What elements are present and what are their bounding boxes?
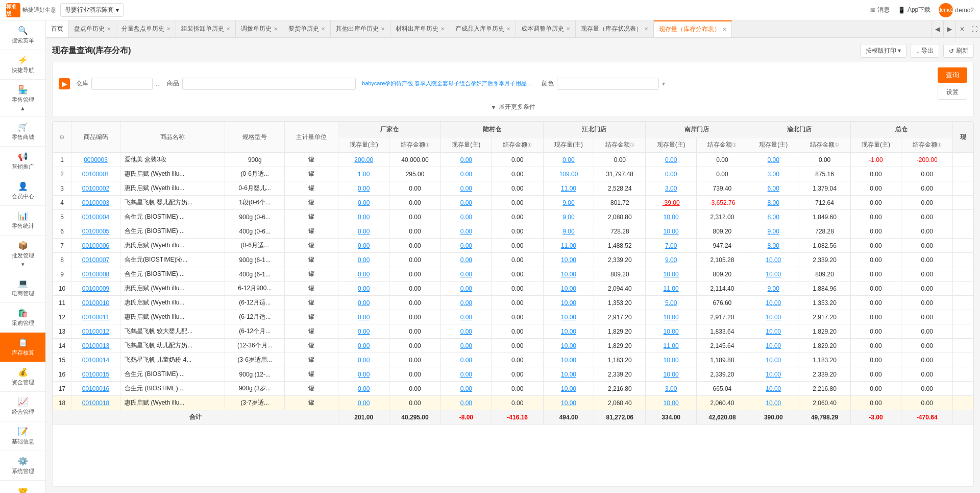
tab-requisition-label: 要货单历史 (288, 25, 319, 33)
close-icon[interactable]: ✕ (566, 26, 570, 32)
cell-spec: (12-36个月... (225, 339, 285, 353)
col-group-cf: 厂家仓 (338, 122, 441, 137)
goods-value-display: babycare孕妇待产包 春季入院全套母子组合孕妇产后冬季月子用品 22件套 … (362, 80, 535, 87)
app-download-item[interactable]: 📱 App下载 (898, 6, 930, 14)
tab-nav-buttons: ◀ ▶ ✕ ⛶ (931, 20, 980, 38)
query-button[interactable]: 查询 (938, 67, 967, 83)
close-icon[interactable]: ✕ (440, 26, 445, 32)
warehouse-input[interactable] (91, 78, 153, 90)
sidebar-item-stock-mgmt[interactable]: 📋 库存核算 (0, 333, 45, 362)
tab-product-in[interactable]: 产成品入库单历史 ✕ (450, 20, 516, 38)
sidebar-item-quick-nav[interactable]: ⚡ 快捷导航 (0, 50, 45, 80)
print-button[interactable]: 按模版打印 ▾ (860, 44, 906, 58)
cell-cf-qty: 0.00 (338, 253, 389, 267)
tab-stock-check[interactable]: 盘点单历史 ✕ (69, 20, 116, 38)
tab-expand-button[interactable]: ⛶ (968, 20, 980, 38)
cell-code: 00100007 (71, 253, 120, 267)
goods-input[interactable] (182, 78, 356, 90)
info-icon[interactable]: ① (425, 142, 430, 148)
message-item[interactable]: ✉ 消息 (870, 6, 890, 14)
close-icon[interactable]: ✕ (321, 26, 325, 32)
user-item[interactable]: demo2 demo2 (939, 3, 974, 17)
tab-home[interactable]: 首页 (46, 20, 69, 38)
close-icon[interactable]: ✕ (722, 27, 726, 32)
close-icon[interactable]: ✕ (226, 26, 230, 32)
close-icon[interactable]: ✕ (166, 26, 170, 32)
cell-yb-amt: 809.20 (799, 267, 850, 281)
tab-transfer[interactable]: 调拨单历史 ✕ (236, 20, 283, 38)
export-button[interactable]: ↓ 导出 (911, 44, 939, 58)
expand-conditions[interactable]: ▼ 展开更多条件 (59, 103, 967, 111)
cell-jb-qty: 10.00 (543, 353, 594, 367)
cell-yb-qty: 10.00 (748, 353, 799, 367)
sidebar-item-basic[interactable]: 📝 基础信息 (0, 421, 45, 451)
refresh-button[interactable]: ↺ 刷新 (943, 44, 974, 58)
close-icon[interactable]: ✕ (644, 26, 648, 32)
tab-stock-check2[interactable]: 分量盘点单历史 ✕ (116, 20, 176, 38)
data-table-container: ⚙ 商品编码 商品名称 规格型号 主计量单位 厂家仓 陆村仓 江北门店 南岸门店… (52, 121, 974, 487)
tab-prev-button[interactable]: ◀ (931, 20, 943, 38)
cell-total-amt: 0.00 (901, 181, 953, 196)
tab-close-button[interactable]: ✕ (955, 20, 968, 38)
cell-extra (953, 382, 973, 396)
sidebar-item-member[interactable]: 👤 会员中心 (0, 176, 45, 206)
sidebar-item-corp-collab[interactable]: 🤝 企业协同 (0, 481, 45, 493)
tab-stock-status[interactable]: 现存量（库存状况表） ✕ (576, 20, 654, 38)
tab-material-out[interactable]: 材料出库单历史 ✕ (390, 20, 450, 38)
info-icon[interactable]: ① (732, 142, 737, 148)
logo-full-name: 畅捷通好生意 (22, 7, 56, 13)
tab-transfer-label: 调拨单历史 (241, 25, 272, 33)
close-icon[interactable]: ✕ (506, 26, 510, 32)
tab-home-label: 首页 (51, 25, 63, 33)
sidebar-item-finance[interactable]: 💰 资金管理 (0, 362, 45, 392)
sidebar-item-wholesale[interactable]: 📦 批发管理 ▾ (0, 236, 45, 273)
close-icon[interactable]: ✕ (107, 26, 111, 32)
cell-name: 合生元 (BIOSTIME) ... (120, 210, 225, 224)
tab-next-button[interactable]: ▶ (943, 20, 955, 38)
cell-na-qty: 5.00 (646, 296, 697, 310)
info-icon[interactable]: ① (937, 142, 942, 148)
cell-extra (953, 339, 973, 353)
sidebar-item-search[interactable]: 🔍 搜索英单 (0, 20, 45, 50)
cell-code: 00100001 (71, 167, 120, 181)
settings-button[interactable]: 设置 (938, 85, 967, 100)
cell-code: 00100012 (71, 324, 120, 339)
cell-cf-qty: 0.00 (338, 281, 389, 296)
col-settings[interactable]: ⚙ (53, 122, 71, 153)
close-icon[interactable]: ✕ (381, 26, 385, 32)
sidebar-item-purchase[interactable]: 🛍️ 采购管理 (0, 303, 45, 333)
tab-requisition[interactable]: 要货单历史 ✕ (283, 20, 331, 38)
info-icon[interactable]: ① (630, 142, 634, 148)
cell-total-amt: 0.00 (901, 296, 953, 310)
cell-code: 00100006 (71, 239, 120, 253)
cell-code: 00100008 (71, 267, 120, 281)
info-icon[interactable]: ① (835, 142, 839, 148)
total-amt: -470.64 (901, 410, 953, 425)
total-cf-qty: 201.00 (338, 410, 389, 425)
tab-other-out[interactable]: 其他出库单历史 ✕ (331, 20, 390, 38)
search-expand-button[interactable]: ▶ (59, 78, 70, 89)
sidebar-item-retail[interactable]: 🏪 零售管理 ▲ (0, 80, 45, 117)
cell-yb-qty: 8.00 (748, 210, 799, 224)
col-cf-amt: 结存金额① (389, 137, 441, 153)
store-selector[interactable]: 母婴行业演示陈套 ▾ (60, 3, 124, 17)
sidebar-item-ecommerce[interactable]: 💻 电商管理 (0, 273, 45, 303)
info-icon[interactable]: ① (527, 142, 532, 148)
tab-cost-adjust[interactable]: 成本调整单历史 ✕ (516, 20, 576, 38)
cell-total-qty: 0.00 (850, 196, 901, 210)
tab-combo[interactable]: 组装拆卸单历史 ✕ (176, 20, 236, 38)
cell-jb-qty: 10.00 (543, 267, 594, 281)
col-group-jb: 江北门店 (543, 122, 646, 137)
tab-stock-dist[interactable]: 现存量（库存分布表） ✕ (654, 20, 732, 38)
color-input[interactable] (557, 78, 659, 90)
cell-total-amt: 0.00 (901, 167, 953, 181)
sidebar-item-operation[interactable]: 📈 经营管理 (0, 392, 45, 421)
sidebar-item-retail-stats[interactable]: 📊 零售统计 (0, 206, 45, 236)
sidebar-item-system[interactable]: ⚙️ 系统管理 (0, 451, 45, 481)
cell-spec: 900g (0-6... (225, 210, 285, 224)
cell-yb-amt: 712.64 (799, 196, 850, 210)
cell-idx: 13 (53, 324, 71, 339)
sidebar-item-retail-store[interactable]: 🛒 零售商城 (0, 117, 45, 147)
close-icon[interactable]: ✕ (274, 26, 278, 32)
sidebar-item-marketing[interactable]: 📢 营销推广 (0, 147, 45, 176)
